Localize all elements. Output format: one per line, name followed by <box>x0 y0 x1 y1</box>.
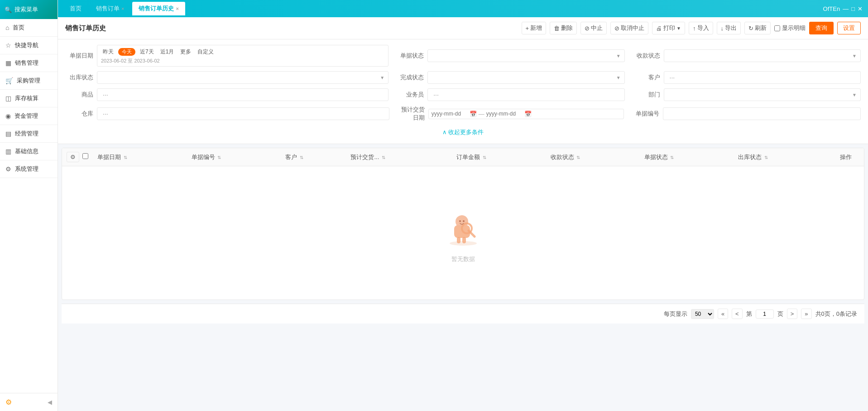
col-delivery-sort[interactable]: ⇅ <box>382 155 385 160</box>
sidebar-item-home[interactable]: ⌂ 首页 <box>0 19 58 37</box>
main-area: 首页 销售订单 × 销售订单历史 × OfTEn — □ ✕ 销售订单历史 + … <box>58 0 868 411</box>
delivery-date-start[interactable] <box>432 111 468 117</box>
filter-row-1: 单据日期 昨天 今天 近7天 近1月 更多 自定义 2023-06-02 至 2… <box>65 45 861 67</box>
salesperson-control[interactable]: ··· <box>427 88 624 101</box>
footer-collapse-icon[interactable]: ◀ <box>48 399 52 406</box>
delivery-status-control[interactable]: ▼ <box>97 71 388 84</box>
sidebar-item-purchase[interactable]: 🛒 采购管理 <box>0 72 58 90</box>
export-button[interactable]: ↓ 导出 <box>717 22 741 34</box>
tab-sales-order-history[interactable]: 销售订单历史 × <box>132 2 185 15</box>
col-customer-label: 客户 <box>285 154 297 160</box>
stop-button[interactable]: ⊘ 中止 <box>580 22 607 34</box>
sidebar-item-quick-nav[interactable]: ☆ 快捷导航 <box>0 37 58 54</box>
delete-label: 删除 <box>561 24 573 32</box>
last-page-btn[interactable]: » <box>801 309 811 319</box>
window-close-icon[interactable]: ✕ <box>858 5 863 12</box>
date-yesterday[interactable]: 昨天 <box>101 47 115 57</box>
col-payment-sort[interactable]: ⇅ <box>576 155 580 160</box>
import-button[interactable]: ↑ 导入 <box>689 22 713 34</box>
tab-sales-order[interactable]: 销售订单 × <box>90 2 130 15</box>
cancel-stop-button[interactable]: ⊘ 取消中止 <box>610 22 648 34</box>
finance-icon: ◉ <box>5 112 11 120</box>
delivery-date-label: 预计交货日期 <box>397 106 428 122</box>
department-control[interactable]: ▼ <box>664 88 861 101</box>
window-maximize-icon[interactable]: □ <box>851 5 855 12</box>
complete-status-arrow: ▼ <box>616 75 621 80</box>
col-delivery: 预计交货... ⇅ <box>346 148 452 166</box>
department-arrow: ▼ <box>852 92 857 97</box>
prev-page-btn[interactable]: < <box>732 309 743 319</box>
star-icon: ☆ <box>5 42 11 49</box>
new-button[interactable]: + 新增 <box>522 22 547 34</box>
select-all-checkbox[interactable] <box>82 153 88 159</box>
col-number-sort[interactable]: ⇅ <box>217 155 221 160</box>
payment-status-control[interactable]: ▼ <box>664 49 861 62</box>
sales-icon: ▦ <box>5 59 11 67</box>
tab-sales-order-history-label: 销售订单历史 <box>139 5 174 13</box>
col-outbound-sort[interactable]: ⇅ <box>764 155 768 160</box>
cancel-stop-icon: ⊘ <box>614 25 619 32</box>
payment-status-arrow: ▼ <box>852 53 857 58</box>
show-detail-checkbox[interactable]: 显示明细 <box>774 24 806 32</box>
salesperson-dots[interactable]: ··· <box>432 91 441 98</box>
tab-home[interactable]: 首页 <box>63 2 88 15</box>
tab-sales-order-history-close[interactable]: × <box>176 6 178 11</box>
window-minimize-icon[interactable]: — <box>843 5 849 12</box>
first-page-btn[interactable]: « <box>718 309 728 319</box>
sidebar-item-basic[interactable]: ▥ 基础信息 <box>0 143 58 160</box>
delivery-status-label: 出库状态 <box>65 73 97 82</box>
refresh-label: 刷新 <box>755 24 767 32</box>
delete-button[interactable]: 🗑 删除 <box>550 22 577 34</box>
export-label: 导出 <box>725 24 737 32</box>
print-label: 打印 <box>663 24 675 32</box>
import-icon: ↑ <box>693 25 696 32</box>
page-number-input[interactable] <box>756 309 774 319</box>
col-amount-sort[interactable]: ⇅ <box>483 155 486 160</box>
col-settings-btn[interactable]: ⚙ <box>67 152 79 162</box>
sidebar-item-system[interactable]: ⚙ 系统管理 <box>0 160 58 178</box>
goods-dots[interactable]: ··· <box>101 91 110 98</box>
sidebar-item-operation[interactable]: ▤ 经营管理 <box>0 125 58 143</box>
empty-cell: 暂无数据 <box>62 166 864 300</box>
svg-point-6 <box>463 220 465 222</box>
tab-sales-order-close[interactable]: × <box>121 6 124 11</box>
order-status-control[interactable]: ▼ <box>427 49 624 62</box>
page-label: 第 <box>746 310 752 318</box>
settings-button[interactable]: 设置 <box>837 22 861 34</box>
goods-label: 商品 <box>65 91 97 99</box>
warehouse-control[interactable]: ··· <box>97 107 389 120</box>
warehouse-dots[interactable]: ··· <box>101 110 110 117</box>
date-today[interactable]: 今天 <box>118 48 135 56</box>
print-button[interactable]: 🖨 打印 ▼ <box>652 22 685 34</box>
customer-control[interactable]: ··· <box>664 71 861 84</box>
col-status-sort[interactable]: ⇅ <box>670 155 674 160</box>
page-size-select[interactable]: 50 10 20 100 <box>691 309 714 319</box>
col-customer-sort[interactable]: ⇅ <box>300 155 303 160</box>
order-number-control[interactable] <box>663 107 861 120</box>
table-body: 暂无数据 <box>62 166 864 300</box>
date-custom[interactable]: 自定义 <box>196 47 216 57</box>
sidebar-item-finance[interactable]: ◉ 资金管理 <box>0 107 58 125</box>
collapse-row[interactable]: ∧ 收起更多条件 <box>65 126 861 138</box>
date-options-row: 昨天 今天 近7天 近1月 更多 自定义 <box>101 47 384 57</box>
customer-dots[interactable]: ··· <box>668 74 677 81</box>
show-detail-input[interactable] <box>774 25 780 31</box>
next-page-btn[interactable]: > <box>787 309 798 319</box>
date-1month[interactable]: 近1月 <box>158 47 176 57</box>
footer-settings-icon[interactable]: ⚙ <box>5 398 12 406</box>
sidebar-item-inventory[interactable]: ◫ 库存核算 <box>0 90 58 107</box>
query-button[interactable]: 查询 <box>809 22 834 34</box>
sidebar-item-sales[interactable]: ▦ 销售管理 <box>0 54 58 72</box>
date-label: 单据日期 <box>65 52 97 60</box>
date-more[interactable]: 更多 <box>178 47 193 57</box>
goods-control[interactable]: ··· <box>97 88 388 101</box>
complete-status-control[interactable]: ▼ <box>427 71 624 84</box>
col-checkbox: ⚙ <box>62 148 93 166</box>
sidebar-search[interactable]: 🔍 搜索菜单 <box>0 0 58 19</box>
refresh-button[interactable]: ↻ 刷新 <box>744 22 771 34</box>
col-number: 单据编号 ⇅ <box>187 148 281 166</box>
col-date-sort[interactable]: ⇅ <box>124 155 127 160</box>
delivery-date-end[interactable] <box>486 111 523 117</box>
date-7days[interactable]: 近7天 <box>138 47 156 57</box>
new-label: 新增 <box>530 24 542 32</box>
